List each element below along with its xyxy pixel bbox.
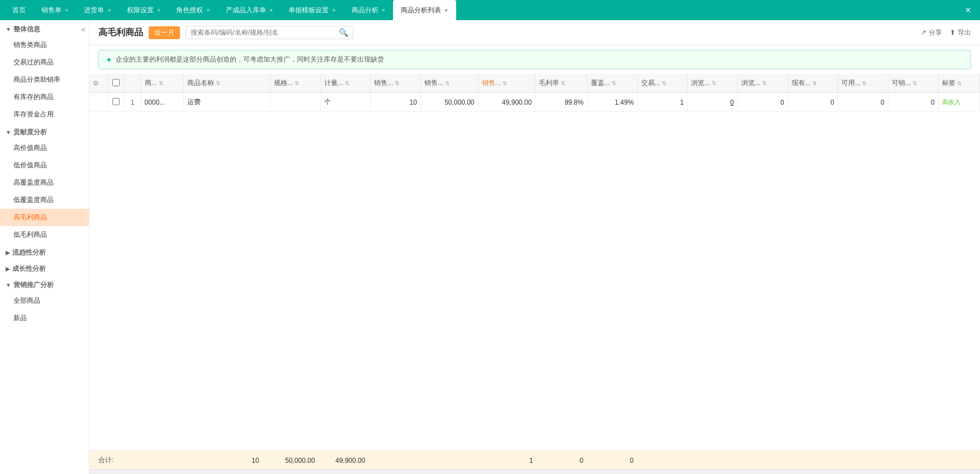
nav-close-purchase[interactable]: × [107, 0, 111, 20]
close-all-icon[interactable]: × [960, 4, 976, 16]
th-spec[interactable]: 规格...⇅ [270, 74, 320, 93]
sidebar-group-marketing[interactable]: ▼ 营销推广分析 [0, 276, 89, 292]
footer-values: 10 50,000.00 49,900.00 1 0 0 [125, 457, 639, 464]
td-sales-amt: 50,000.00 [420, 93, 478, 112]
sidebar-item-traded-goods[interactable]: 交易过的商品 [0, 54, 89, 71]
footer-stock-cur: 0 [538, 457, 589, 464]
arrow-down-icon-2: ▼ [6, 129, 11, 135]
td-spec [270, 93, 320, 112]
td-unit: 个 [320, 93, 371, 112]
td-sales-qty: 10 [371, 93, 421, 112]
th-gross-rate[interactable]: 毛利率⇅ [536, 74, 588, 93]
td-num: 1 [124, 93, 141, 112]
nav-close-production[interactable]: × [269, 0, 273, 20]
nav-item-sales[interactable]: 销售单 × [34, 0, 76, 20]
export-button[interactable]: ⬆ 导出 [950, 28, 971, 37]
th-browse2[interactable]: 浏览...⇅ [737, 74, 788, 93]
nav-item-analysis[interactable]: 商品分析 × [344, 0, 393, 20]
search-box[interactable]: 🔍 [186, 26, 353, 39]
sidebar-item-category-rate[interactable]: 商品分类助销率 [0, 71, 89, 88]
td-checkbox[interactable] [107, 93, 124, 112]
td-gross-rate: 99.8% [536, 93, 588, 112]
sidebar-item-stocked-goods[interactable]: 有库存的商品 [0, 88, 89, 106]
footer-sales-amt: 50,000.00 [270, 457, 320, 464]
nav-close-permissions[interactable]: × [157, 0, 160, 20]
horizontal-scrollbar[interactable] [89, 470, 980, 474]
td-name: 运费 [184, 93, 271, 112]
row-checkbox[interactable] [112, 98, 120, 105]
nav-close-roles[interactable]: × [206, 0, 210, 20]
nav-item-home[interactable]: 首页 [4, 0, 34, 20]
page-title: 高毛利商品 [98, 27, 143, 39]
td-stock-cur: 0 [788, 93, 838, 112]
sidebar-group-growth[interactable]: ▶ 成长性分析 [0, 260, 89, 276]
arrow-down-icon: ▼ [6, 26, 11, 32]
search-icon[interactable]: 🔍 [339, 28, 348, 37]
sidebar-item-stock-capital[interactable]: 库存资金占用 [0, 106, 89, 123]
td-browse1[interactable]: 0 [688, 93, 738, 112]
sidebar-item-new-goods[interactable]: 新品 [0, 309, 89, 327]
sidebar-item-all-goods[interactable]: 全部商品 [0, 292, 89, 309]
th-stock-sale[interactable]: 可销...⇅ [888, 74, 938, 93]
sidebar-item-low-value[interactable]: 低价值商品 [0, 157, 89, 174]
nav-close-all: × [960, 4, 976, 16]
sidebar-item-sales-goods[interactable]: 销售类商品 [0, 36, 89, 54]
table-row: 1 0000... 运费 个 10 50,000.00 49,900.00 99… [89, 93, 980, 112]
sidebar-item-low-coverage[interactable]: 低覆盖度商品 [0, 191, 89, 209]
share-icon: ↗ [921, 29, 926, 36]
nav-item-roles[interactable]: 角色授权 × [168, 0, 217, 20]
th-code[interactable]: 商...⇅ [141, 74, 184, 93]
nav-item-analysis-list[interactable]: 商品分析列表 × [393, 0, 456, 20]
data-table: ⚙ 商...⇅ 商品名称⇅ 规格...⇅ [89, 74, 980, 112]
td-stock-avail: 0 [838, 93, 888, 112]
nav-close-template[interactable]: × [332, 0, 335, 20]
share-button[interactable]: ↗ 分享 [921, 28, 942, 37]
sidebar-item-high-margin[interactable]: 高毛利商品 [0, 209, 89, 226]
select-all-checkbox[interactable] [112, 79, 120, 86]
th-stock-avail[interactable]: 可用...⇅ [838, 74, 888, 93]
footer-sales-qty: 10 [125, 457, 270, 464]
filter-recent-month-button[interactable]: 近一月 [149, 26, 180, 39]
main-layout: « ▼ 整体信息 销售类商品 交易过的商品 商品分类助销率 有库存的商品 库存资… [0, 20, 980, 474]
th-settings[interactable]: ⚙ [89, 74, 107, 93]
info-banner: ✦ 企业的主要的利润都是这部分商品创造的，可考虑加大推广，同时关注库存是不要出现… [98, 50, 971, 69]
th-coverage[interactable]: 覆盖...⇅ [587, 74, 637, 93]
nav-item-template[interactable]: 单据模板设置 × [281, 0, 343, 20]
nav-item-production[interactable]: 产成品入库单 × [218, 0, 281, 20]
footer-trade: 1 [371, 457, 538, 464]
sidebar-group-contribution[interactable]: ▼ 贡献度分析 [0, 123, 89, 139]
th-trade[interactable]: 交易...⇅ [637, 74, 688, 93]
data-table-container[interactable]: ⚙ 商...⇅ 商品名称⇅ 规格...⇅ [89, 74, 980, 450]
sidebar-item-high-coverage[interactable]: 高覆盖度商品 [0, 174, 89, 191]
arrow-right-icon-2: ▶ [6, 266, 10, 272]
top-navigation: 首页 销售单 × 进货单 × 权限设置 × 角色授权 × 产成品入库单 × 单据… [0, 0, 980, 20]
th-sales-cost[interactable]: 销售...⇅ [478, 74, 536, 93]
table-header-row: ⚙ 商...⇅ 商品名称⇅ 规格...⇅ [89, 74, 980, 93]
th-name[interactable]: 商品名称⇅ [184, 74, 271, 93]
nav-close-analysis-list[interactable]: × [444, 0, 448, 20]
th-num [124, 74, 141, 93]
th-browse1[interactable]: 浏览...⇅ [688, 74, 738, 93]
sidebar-group-trend[interactable]: ▶ 流趋性分析 [0, 243, 89, 260]
th-tag[interactable]: 标签⇅ [938, 74, 979, 93]
th-sales-qty[interactable]: 销售...⇅ [371, 74, 421, 93]
sidebar-collapse-btn[interactable]: « [81, 25, 86, 34]
footer-label: 合计: [98, 456, 113, 465]
nav-item-permissions[interactable]: 权限设置 × [119, 0, 168, 20]
th-stock-cur[interactable]: 现有...⇅ [788, 74, 838, 93]
th-sales-amt[interactable]: 销售...⇅ [420, 74, 478, 93]
sidebar-item-high-value[interactable]: 高价值商品 [0, 139, 89, 157]
td-trade: 1 [637, 93, 688, 112]
th-unit[interactable]: 计量...⇅ [320, 74, 371, 93]
footer-sales-cost: 49,900.00 [320, 457, 371, 464]
info-icon: ✦ [106, 55, 112, 64]
sidebar-item-low-margin[interactable]: 低毛利商品 [0, 226, 89, 243]
arrow-right-icon: ▶ [6, 250, 10, 256]
th-checkbox[interactable] [107, 74, 124, 93]
sidebar-group-overall[interactable]: ▼ 整体信息 [0, 20, 89, 36]
search-input[interactable] [191, 29, 339, 36]
nav-close-analysis[interactable]: × [382, 0, 385, 20]
nav-close-sales[interactable]: × [65, 0, 68, 20]
nav-item-purchase[interactable]: 进货单 × [76, 0, 119, 20]
td-settings [89, 93, 107, 112]
